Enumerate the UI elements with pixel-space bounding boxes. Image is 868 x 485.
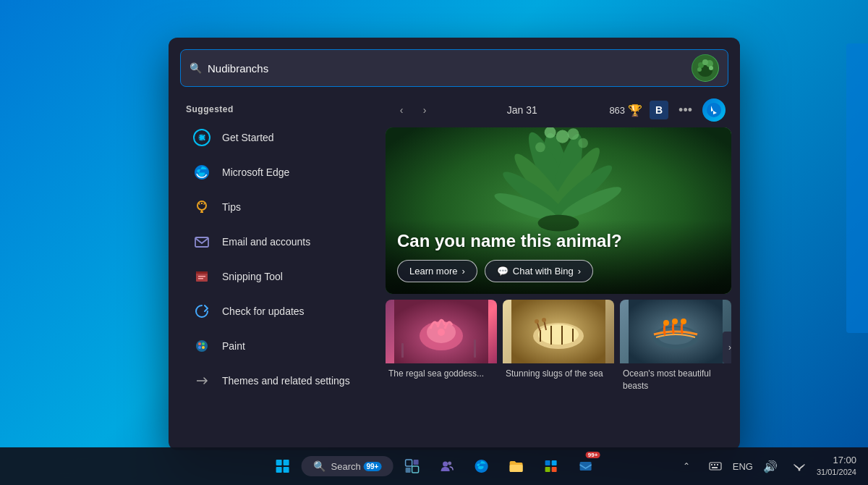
sidebar-item-snipping[interactable]: Snipping Tool xyxy=(174,259,380,294)
date-label: Jan 31 xyxy=(507,104,537,116)
svg-point-41 xyxy=(568,128,579,140)
ms365-button[interactable] xyxy=(535,450,566,482)
taskbar-search-icon: 🔍 xyxy=(313,460,326,472)
b-button[interactable]: B xyxy=(650,101,668,119)
eng-label[interactable]: ENG xyxy=(733,461,753,472)
svg-point-24 xyxy=(198,346,201,349)
taskbar-search-button[interactable]: 🔍 Search 99+ xyxy=(302,456,393,476)
notification-chevron[interactable]: ⌃ xyxy=(675,455,698,478)
badge-value: 99+ xyxy=(366,463,378,471)
svg-rect-73 xyxy=(405,468,410,473)
chat-bing-label: Chat with Bing xyxy=(513,266,574,277)
thumb2-image xyxy=(503,300,614,363)
bing-circle[interactable] xyxy=(702,98,726,122)
svg-point-76 xyxy=(448,462,451,465)
svg-point-6 xyxy=(697,67,702,72)
thumbnails-next-button[interactable]: › xyxy=(723,332,731,363)
chat-chevron: › xyxy=(578,266,581,277)
taskbar: 🔍 Search 99+ xyxy=(0,447,868,485)
svg-point-88 xyxy=(798,469,800,471)
chat-bing-button[interactable]: 💬 Chat with Bing › xyxy=(485,260,593,282)
sidebar-item-get-started[interactable]: ✕ Get Started xyxy=(174,120,380,155)
svg-point-5 xyxy=(709,66,713,70)
svg-point-21 xyxy=(196,340,208,352)
svg-rect-67 xyxy=(276,460,282,465)
sidebar-item-edge[interactable]: Microsoft Edge xyxy=(174,155,380,190)
svg-rect-69 xyxy=(276,467,282,473)
sidebar-item-email[interactable]: Email and accounts xyxy=(174,224,380,259)
search-avatar xyxy=(692,54,719,82)
right-panel xyxy=(846,43,868,333)
points-badge: 863 🏆 xyxy=(609,104,642,117)
sidebar-item-label-tips: Tips xyxy=(222,201,241,213)
taskbar-center: 🔍 Search 99+ xyxy=(267,450,602,482)
prev-button[interactable]: ‹ xyxy=(391,100,412,120)
teams-button[interactable] xyxy=(430,450,462,482)
svg-rect-18 xyxy=(196,271,208,274)
trophy-icon: 🏆 xyxy=(628,104,642,117)
thumbnail-1[interactable]: The regal sea goddess... xyxy=(386,300,497,450)
svg-point-23 xyxy=(202,342,205,345)
sidebar: Suggested ✕ Get Started xyxy=(169,96,386,450)
svg-rect-84 xyxy=(711,464,712,465)
widgets-button[interactable] xyxy=(396,450,427,482)
svg-rect-48 xyxy=(401,343,404,358)
thumbnail-3[interactable]: Ocean's most beautiful beasts › xyxy=(620,300,731,450)
svg-rect-71 xyxy=(405,460,412,466)
svg-rect-74 xyxy=(412,466,418,473)
top-bar: ‹ › Jan 31 863 🏆 B ••• xyxy=(386,96,731,127)
thumb3-image xyxy=(620,300,731,363)
right-content-area: ‹ › Jan 31 863 🏆 B ••• xyxy=(386,96,740,450)
date-display: 31/01/2024 xyxy=(817,467,856,477)
svg-point-65 xyxy=(672,319,678,324)
desktop: 🔍 Nudibranchs Suggested xyxy=(0,0,868,485)
learn-more-label: Learn more xyxy=(409,266,457,277)
news-button[interactable]: 99+ xyxy=(569,450,601,482)
search-icon: 🔍 xyxy=(190,62,202,74)
edge-icon xyxy=(192,162,212,182)
search-query[interactable]: Nudibranchs xyxy=(208,62,686,75)
sidebar-item-label-get-started: Get Started xyxy=(222,132,274,143)
svg-point-39 xyxy=(556,130,569,143)
svg-rect-83 xyxy=(710,463,721,470)
learn-more-button[interactable]: Learn more › xyxy=(397,260,477,282)
get-started-icon: ✕ xyxy=(192,127,212,148)
sidebar-item-tips[interactable]: Tips xyxy=(174,190,380,224)
volume-icon[interactable]: 🔊 xyxy=(759,455,782,478)
updates-icon xyxy=(192,301,212,321)
sidebar-item-label-paint: Paint xyxy=(222,340,245,352)
more-button[interactable]: ••• xyxy=(676,103,695,118)
svg-rect-70 xyxy=(284,467,289,473)
svg-point-10 xyxy=(197,201,206,210)
hero-title: Can you name this animal? xyxy=(397,231,720,251)
sidebar-item-label-themes: Themes and related settings xyxy=(222,375,350,387)
sidebar-item-paint[interactable]: Paint xyxy=(174,329,380,363)
taskbar-search-label: Search 99+ xyxy=(331,461,382,472)
next-button[interactable]: › xyxy=(414,100,435,120)
taskbar-keyboard-icon[interactable] xyxy=(704,455,727,478)
svg-point-59 xyxy=(535,319,539,324)
sidebar-item-updates[interactable]: Check for updates xyxy=(174,294,380,329)
file-explorer-button[interactable] xyxy=(500,450,532,482)
hero-buttons: Learn more › 💬 Chat with Bing › xyxy=(397,260,720,282)
svg-rect-79 xyxy=(551,460,556,465)
svg-point-42 xyxy=(535,143,545,153)
start-button[interactable] xyxy=(267,450,299,482)
search-bar[interactable]: 🔍 Nudibranchs xyxy=(180,49,728,87)
thumbnail-2[interactable]: Stunning slugs of the sea xyxy=(503,300,614,450)
learn-more-chevron: › xyxy=(461,266,464,277)
network-icon[interactable] xyxy=(788,455,811,478)
bing-chat-icon: 💬 xyxy=(497,266,509,277)
svg-rect-80 xyxy=(545,467,550,472)
sidebar-item-themes[interactable]: Themes and related settings xyxy=(174,363,380,398)
svg-rect-85 xyxy=(714,464,715,465)
taskbar-clock[interactable]: 17:00 31/01/2024 xyxy=(817,455,856,477)
paint-icon xyxy=(192,336,212,356)
thumb3-caption: Ocean's most beautiful beasts xyxy=(620,363,731,395)
svg-point-43 xyxy=(578,138,588,148)
sidebar-item-label-email: Email and accounts xyxy=(222,236,310,248)
svg-point-25 xyxy=(202,346,205,349)
svg-rect-20 xyxy=(198,278,203,279)
svg-rect-86 xyxy=(717,464,718,465)
edge-taskbar-button[interactable] xyxy=(465,450,497,482)
